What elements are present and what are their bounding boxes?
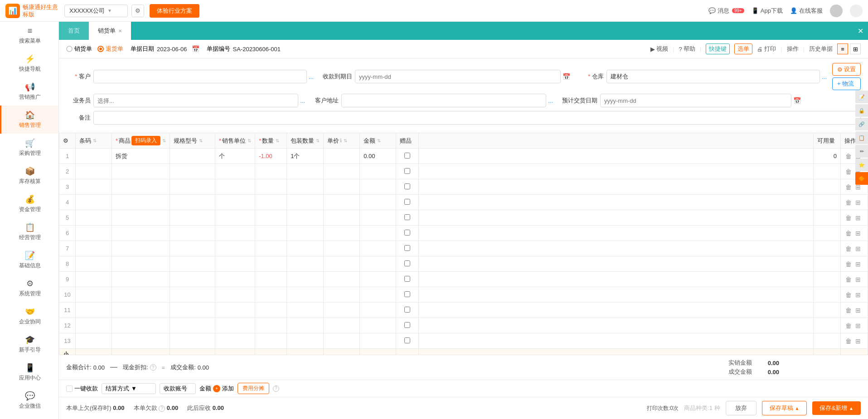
row-unit[interactable] [215, 226, 255, 241]
row-qty[interactable] [255, 272, 287, 287]
save-new-button[interactable]: 保存&新增 ▲ [812, 401, 861, 415]
row-delete-button[interactable]: 🗑 [845, 337, 852, 345]
row-product[interactable] [112, 241, 170, 256]
one-click-payment-checkbox[interactable]: 一键收款 [66, 385, 98, 393]
row-qty[interactable] [255, 195, 287, 210]
row-delete-button[interactable]: 🗑 [845, 230, 852, 237]
gift-checkbox[interactable] [404, 245, 410, 251]
barcode-sort-icon[interactable]: ⇅ [93, 138, 97, 143]
row-pkg-qty[interactable] [287, 303, 324, 318]
payment-due-input[interactable] [355, 70, 561, 83]
gift-checkbox[interactable] [404, 168, 410, 174]
row-qty[interactable] [255, 303, 287, 318]
row-amount[interactable] [360, 318, 396, 333]
row-unit[interactable] [215, 195, 255, 210]
row-unit[interactable] [215, 272, 255, 287]
company-selector[interactable]: XXXXXX公司 ▼ [64, 5, 128, 17]
row-barcode[interactable] [76, 318, 112, 333]
row-qty[interactable] [255, 287, 287, 303]
rf-btn-1[interactable]: 📝 [855, 91, 868, 103]
unit-sort-icon[interactable]: ⇅ [247, 138, 251, 143]
row-delete-button[interactable]: 🗑 [845, 183, 852, 191]
row-price[interactable] [324, 226, 360, 241]
row-unit[interactable] [215, 333, 255, 349]
row-pkg-qty[interactable] [287, 318, 324, 333]
row-unit[interactable]: 个 [215, 149, 255, 164]
row-price[interactable] [324, 164, 360, 179]
amount-sort-icon[interactable]: ⇅ [377, 138, 381, 143]
row-delete-button[interactable]: 🗑 [845, 153, 852, 160]
pkg-sort-icon[interactable]: ⇅ [316, 138, 320, 143]
row-copy-button[interactable]: ⊞ [855, 245, 861, 252]
row-product[interactable] [112, 195, 170, 210]
tab-close-icon[interactable]: ✕ [118, 29, 122, 34]
price-info-icon[interactable]: ℹ [340, 138, 342, 144]
customer-addr-input[interactable] [341, 94, 546, 107]
row-delete-button[interactable]: 🗑 [845, 199, 852, 206]
user-avatar[interactable] [830, 5, 843, 17]
row-gift[interactable] [396, 210, 419, 226]
debt-info-icon[interactable]: ? [159, 405, 165, 412]
help-link[interactable]: ? 帮助 [679, 45, 695, 53]
row-amount[interactable] [360, 164, 396, 179]
row-amount[interactable] [360, 303, 396, 318]
row-barcode[interactable] [76, 179, 112, 195]
row-spec[interactable] [170, 179, 215, 195]
row-barcode[interactable] [76, 287, 112, 303]
row-gift[interactable] [396, 179, 419, 195]
row-spec[interactable] [170, 241, 215, 256]
video-link[interactable]: ▶ 视频 [650, 45, 668, 53]
row-pkg-qty[interactable] [287, 164, 324, 179]
row-gift[interactable] [396, 226, 419, 241]
row-unit[interactable] [215, 303, 255, 318]
sidebar-item-wechat[interactable]: 💬 企业微信 [0, 386, 58, 414]
qty-sort-icon[interactable]: ⇅ [276, 138, 279, 143]
sidebar-item-operations[interactable]: 📋 经营管理 [0, 218, 58, 246]
row-spec[interactable] [170, 210, 215, 226]
account-select[interactable]: 收款账号 [160, 383, 196, 394]
row-spec[interactable] [170, 287, 215, 303]
row-product[interactable] [112, 272, 170, 287]
row-copy-button[interactable]: ⊞ [855, 214, 861, 222]
payment-due-calendar-icon[interactable]: 📅 [563, 73, 570, 80]
row-gift[interactable] [396, 333, 419, 349]
row-unit[interactable] [215, 287, 255, 303]
row-price[interactable] [324, 179, 360, 195]
logistics-button[interactable]: + 物流 [832, 77, 861, 90]
row-copy-button[interactable]: ⊞ [855, 337, 861, 345]
view-list-button[interactable]: ≡ [837, 43, 848, 54]
history-orders-link[interactable]: 历史单据 [809, 45, 833, 53]
row-product[interactable] [112, 164, 170, 179]
operation-link[interactable]: 操作 [787, 45, 799, 53]
row-qty[interactable] [255, 241, 287, 256]
row-delete-button[interactable]: 🗑 [845, 322, 852, 329]
row-delete-button[interactable]: 🗑 [845, 245, 852, 252]
row-amount[interactable]: 0.00 [360, 149, 396, 164]
row-amount[interactable] [360, 226, 396, 241]
rf-btn-5[interactable]: ✏ [855, 145, 868, 158]
tab-home[interactable]: 首页 [59, 22, 89, 40]
row-delete-button[interactable]: 🗑 [845, 260, 852, 268]
row-unit[interactable] [215, 318, 255, 333]
save-draft-button[interactable]: 保存草稿 ▲ [762, 401, 807, 415]
row-pkg-qty[interactable] [287, 179, 324, 195]
row-amount[interactable] [360, 287, 396, 303]
product-sort-icon[interactable]: ⇅ [162, 138, 166, 143]
row-delete-button[interactable]: 🗑 [845, 307, 852, 314]
row-barcode[interactable] [76, 210, 112, 226]
row-copy-button[interactable]: ⊞ [855, 230, 861, 237]
row-price[interactable] [324, 333, 360, 349]
row-product[interactable] [112, 210, 170, 226]
row-gift[interactable] [396, 287, 419, 303]
row-barcode[interactable] [76, 226, 112, 241]
gift-checkbox[interactable] [404, 230, 410, 236]
row-price[interactable] [324, 287, 360, 303]
expense-split-button[interactable]: 费用分摊 [238, 383, 269, 394]
customer-input[interactable] [93, 70, 307, 83]
row-pkg-qty[interactable] [287, 287, 324, 303]
row-spec[interactable] [170, 272, 215, 287]
customer-dots-button[interactable]: ... [309, 73, 314, 80]
row-gift[interactable] [396, 149, 419, 164]
shortcut-link[interactable]: 快捷键 [706, 43, 730, 54]
row-price[interactable] [324, 318, 360, 333]
